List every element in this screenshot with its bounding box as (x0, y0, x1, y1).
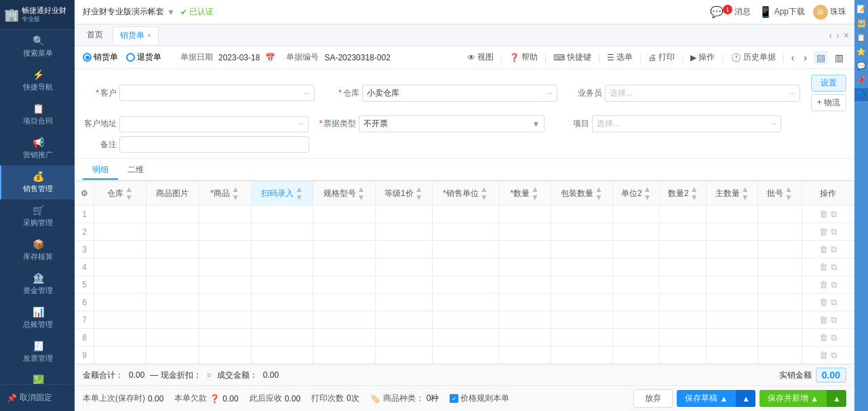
row-qty[interactable] (498, 223, 551, 241)
row-spec[interactable] (313, 223, 375, 241)
sidebar-item-purchase[interactable]: 🛒 采购管理 (0, 199, 75, 233)
delete-row-icon[interactable]: 🗑 (819, 279, 828, 290)
project-dots-icon[interactable]: ··· (771, 120, 776, 128)
row-warehouse[interactable] (94, 206, 146, 223)
table-row[interactable]: 3 🗑 ⧉ (75, 241, 854, 258)
row-product[interactable] (199, 276, 251, 294)
th-price1[interactable]: 等级1价▲▼ (375, 182, 433, 206)
row-unit2[interactable] (613, 347, 660, 364)
delete-row-icon[interactable]: 🗑 (819, 262, 828, 272)
app-download-btn[interactable]: 📱 App下载 (759, 5, 805, 18)
row-pack-qty[interactable] (551, 206, 612, 223)
table-row[interactable]: 8 🗑 ⧉ (75, 329, 854, 347)
th-pack-qty[interactable]: 包装数量▲▼ (551, 182, 612, 206)
row-barcode[interactable] (251, 294, 313, 311)
row-product[interactable] (199, 347, 251, 364)
row-sale-unit[interactable] (433, 294, 498, 311)
row-warehouse[interactable] (94, 329, 146, 347)
row-main-qty[interactable] (707, 241, 758, 258)
row-unit2[interactable] (613, 258, 660, 276)
row-unit2[interactable] (613, 329, 660, 347)
tab-sale-order[interactable]: 销货单 × (113, 26, 159, 45)
copy-row-icon[interactable]: ⧉ (831, 279, 837, 290)
copy-row-icon[interactable]: ⧉ (831, 209, 837, 220)
row-batch[interactable] (758, 258, 802, 276)
help-btn[interactable]: ❓ 帮助 (507, 50, 540, 64)
row-sale-unit[interactable] (433, 311, 498, 329)
row-qty2[interactable] (660, 294, 707, 311)
add-logistics-button[interactable]: + 物流 (811, 94, 846, 111)
row-batch[interactable] (758, 347, 802, 364)
layout-list-btn[interactable]: ▤ (814, 51, 828, 64)
tab-close-all-icon[interactable]: × (844, 30, 849, 41)
row-warehouse[interactable] (94, 241, 146, 258)
messages-btn[interactable]: 💬 1 消息 (710, 5, 751, 18)
user-menu[interactable]: 珠 珠珠 (813, 5, 846, 20)
row-batch[interactable] (758, 294, 802, 311)
row-warehouse[interactable] (94, 347, 146, 364)
tab-close-icon[interactable]: × (147, 32, 151, 39)
customer-dots-icon[interactable]: ··· (304, 90, 310, 97)
row-price1[interactable] (375, 347, 433, 364)
row-qty2[interactable] (660, 329, 707, 347)
copy-row-icon[interactable]: ⧉ (831, 297, 837, 308)
row-spec[interactable] (313, 329, 375, 347)
row-barcode[interactable] (251, 223, 313, 241)
save-new-button[interactable]: 保存并新增 ▲ (760, 390, 827, 407)
row-qty2[interactable] (660, 241, 707, 258)
row-qty2[interactable] (660, 276, 707, 294)
delete-row-icon[interactable]: 🗑 (819, 332, 828, 342)
sidebar-item-marketing[interactable]: 📢 营销推广 (0, 132, 75, 165)
row-unit2[interactable] (613, 223, 660, 241)
copy-row-icon[interactable]: ⧉ (831, 244, 837, 255)
th-qty[interactable]: *数量▲▼ (498, 182, 551, 206)
save-draft-dropdown-button[interactable]: ▲ (736, 390, 755, 407)
th-main-qty[interactable]: 主数量▲▼ (707, 182, 758, 206)
shortcut-btn[interactable]: ⌨ 快捷键 (551, 50, 594, 64)
row-unit2[interactable] (613, 311, 660, 329)
settings-icon[interactable]: ⚙ (81, 189, 88, 198)
row-main-qty[interactable] (707, 329, 758, 347)
set-button[interactable]: 设置 (811, 75, 846, 92)
invoice-select[interactable]: 不开票 ▼ (359, 115, 545, 132)
copy-row-icon[interactable]: ⧉ (831, 227, 837, 237)
sidebar-item-finance[interactable]: 🏦 资金管理 (0, 267, 75, 301)
row-main-qty[interactable] (707, 223, 758, 241)
row-qty[interactable] (498, 294, 551, 311)
row-spec[interactable] (313, 294, 375, 311)
right-panel-icon-0[interactable]: 📝 (854, 3, 868, 16)
right-panel-icon-5[interactable]: 📌 (854, 74, 868, 87)
row-barcode[interactable] (251, 311, 313, 329)
row-warehouse[interactable] (94, 258, 146, 276)
row-qty[interactable] (498, 276, 551, 294)
row-price1[interactable] (375, 206, 433, 223)
row-batch[interactable] (758, 206, 802, 223)
sidebar-item-project[interactable]: 📋 项目合同 (0, 98, 75, 132)
form-nav-next[interactable]: › (801, 51, 810, 64)
row-warehouse[interactable] (94, 311, 146, 329)
row-main-qty[interactable] (707, 347, 758, 364)
row-price1[interactable] (375, 276, 433, 294)
row-qty2[interactable] (660, 311, 707, 329)
delete-row-icon[interactable]: 🗑 (819, 350, 828, 360)
row-product[interactable] (199, 311, 251, 329)
row-qty2[interactable] (660, 347, 707, 364)
return-radio[interactable]: 退货单 (126, 52, 161, 63)
right-panel-icon-1[interactable]: 🖼️ (854, 17, 868, 30)
th-image[interactable]: 商品图片 (146, 182, 199, 206)
row-batch[interactable] (758, 223, 802, 241)
row-unit2[interactable] (613, 206, 660, 223)
row-product[interactable] (199, 294, 251, 311)
row-batch[interactable] (758, 276, 802, 294)
row-price1[interactable] (375, 294, 433, 311)
th-spec[interactable]: 规格型号▲▼ (313, 182, 375, 206)
th-qty2[interactable]: 数量2▲▼ (660, 182, 707, 206)
history-btn[interactable]: 🕐 历史单据 (728, 50, 778, 64)
delete-row-icon[interactable]: 🗑 (819, 209, 828, 219)
row-pack-qty[interactable] (551, 347, 612, 364)
row-spec[interactable] (313, 241, 375, 258)
row-spec[interactable] (313, 347, 375, 364)
row-spec[interactable] (313, 206, 375, 223)
address-dots-icon[interactable]: ··· (298, 120, 303, 128)
row-pack-qty[interactable] (551, 223, 612, 241)
